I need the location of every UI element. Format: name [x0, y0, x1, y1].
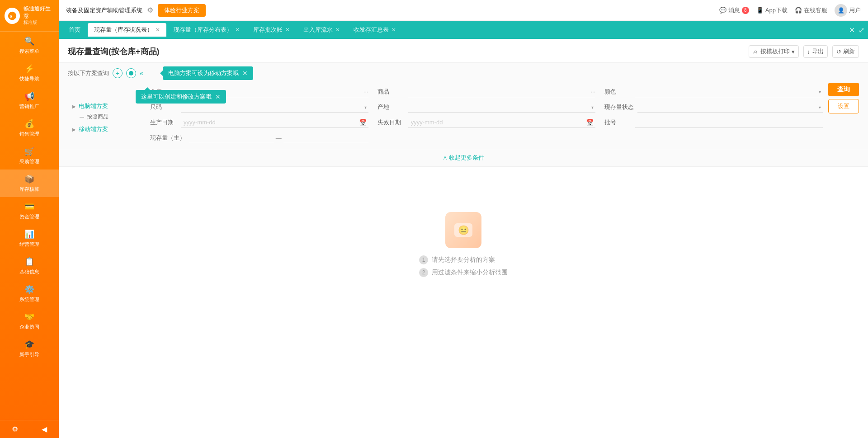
edit-tooltip-close[interactable]: ✕: [215, 93, 221, 100]
support-icon: 🎧: [795, 7, 802, 14]
inventory-status-label: 现存量（库存状况表）: [94, 26, 153, 34]
sidebar-item-finance-label: 资金管理: [19, 213, 39, 220]
batch-input[interactable]: [635, 117, 823, 128]
origin-select[interactable]: [408, 102, 596, 113]
sidebar-item-purchase-label: 采购管理: [19, 158, 39, 165]
product-input[interactable]: [408, 86, 591, 97]
sidebar-item-enterprise[interactable]: 🤝 企业协同: [0, 307, 59, 335]
sidebar-item-nav[interactable]: ⚡ 快捷导航: [0, 59, 59, 87]
warehouse-more-icon[interactable]: ···: [363, 88, 368, 95]
app-label: App下载: [765, 6, 788, 14]
quantity-range: —: [189, 132, 368, 143]
phone-icon: 📱: [756, 7, 764, 14]
support-btn[interactable]: 🎧 在线客服: [795, 6, 827, 14]
expand-icon[interactable]: ⤢: [859, 26, 864, 34]
close-all-tabs-icon[interactable]: ✕: [849, 26, 855, 34]
filter-circle-btn[interactable]: [126, 68, 136, 78]
plan-child-label: 按照商品: [87, 113, 108, 121]
plan-tooltip-close[interactable]: ✕: [242, 70, 248, 77]
svg-point-0: [8, 11, 16, 19]
topbar-left: 装备及固定资产辅助管理系统 ⚙ 体验行业方案: [66, 4, 206, 17]
quantity-from-input[interactable]: [189, 132, 274, 143]
tab-in-out-close[interactable]: ✕: [335, 27, 340, 33]
empty-face: 😐: [454, 223, 472, 237]
expiry-date-label: 失效日期: [377, 118, 405, 127]
color-select[interactable]: [635, 86, 823, 97]
product-more-icon[interactable]: ···: [590, 88, 595, 95]
print-icon: 🖨: [753, 48, 759, 55]
production-date-input[interactable]: [181, 117, 368, 128]
inventory-status-filter: 现存量状态 ▾: [604, 102, 823, 113]
plan-child-item[interactable]: — 按照商品: [80, 112, 145, 122]
sidebar-item-marketing[interactable]: 📢 营销推广: [0, 87, 59, 114]
filter-add-btn[interactable]: +: [113, 68, 123, 78]
home-tab-label: 首页: [69, 26, 80, 34]
filter-arrow-icon[interactable]: «: [140, 70, 143, 77]
sidebar-item-guide[interactable]: 🎓 新手引导: [0, 335, 59, 363]
tab-inventory-dist-close[interactable]: ✕: [235, 27, 240, 33]
mobile-plan-label: 移动端方案: [79, 125, 108, 133]
tab-inventory-status[interactable]: 现存量（库存状况表） ✕: [88, 23, 166, 37]
expiry-date-filter: 失效日期 📅: [377, 117, 596, 128]
industry-btn[interactable]: 体验行业方案: [158, 4, 206, 17]
tip-num-2: 2: [419, 268, 428, 277]
nav-icon: ⚡: [24, 64, 34, 74]
sidebar-item-guide-label: 新手引导: [19, 351, 39, 358]
collapse-btn[interactable]: ◀: [42, 425, 47, 433]
sidebar-item-inventory-label: 库存核算: [19, 186, 39, 193]
filter-grid-row4: 现存量（主） —: [150, 132, 823, 143]
search-icon: 🔍: [24, 36, 34, 46]
collapse-bar[interactable]: ∧ 收起更多条件: [59, 149, 868, 167]
gear-icon[interactable]: ⚙: [147, 6, 153, 14]
sidebar-item-system[interactable]: ⚙️ 系统管理: [0, 280, 59, 307]
support-label: 在线客服: [804, 6, 827, 14]
sidebar-item-basic[interactable]: 📋 基础信息: [0, 252, 59, 280]
refresh-btn[interactable]: ↺ 刷新: [832, 45, 859, 58]
tab-inventory-dist[interactable]: 现存量（库存分布表） ✕: [167, 23, 246, 37]
logo-area: 6 畅通通好生意 标准版: [0, 0, 59, 32]
export-icon: ↓: [807, 48, 811, 55]
message-badge: 8: [742, 7, 749, 14]
avatar: 👤: [835, 4, 847, 17]
filter-label: 按以下方案查询: [68, 69, 109, 77]
tab-home[interactable]: 首页: [62, 23, 87, 37]
message-btn[interactable]: 💬 消息 8: [719, 6, 749, 14]
settings-btn[interactable]: ⚙: [12, 425, 18, 433]
origin-filter: 产地 ▾: [377, 102, 596, 113]
tab-inventory-batch-close[interactable]: ✕: [285, 27, 290, 33]
empty-tips: 1 请先选择要分析的方案 2 用过滤条件来缩小分析范围: [419, 255, 508, 277]
sidebar-item-sales[interactable]: 💰 销售管理: [0, 114, 59, 142]
message-label: 消息: [728, 6, 740, 14]
plan-tree: ▶ 电脑端方案 — 按照商品 ▶ 移动端方案: [72, 101, 145, 135]
expiry-date-input[interactable]: [408, 117, 596, 128]
sidebar-item-marketing-label: 营销推广: [19, 103, 39, 110]
reset-btn[interactable]: 设置: [828, 99, 859, 113]
export-btn[interactable]: ↓ 导出: [803, 45, 828, 58]
user-label: 用户: [849, 6, 861, 14]
query-btn[interactable]: 查询: [828, 83, 859, 96]
empty-tip-1: 1 请先选择要分析的方案: [419, 255, 508, 264]
quantity-to-input[interactable]: [283, 132, 368, 143]
tab-collect-close[interactable]: ✕: [392, 27, 396, 33]
sidebar-item-finance[interactable]: 💳 资金管理: [0, 197, 59, 225]
print-btn[interactable]: 🖨 按模板打印 ▾: [749, 45, 799, 58]
user-area[interactable]: 👤 用户: [835, 4, 861, 17]
sidebar-item-search[interactable]: 🔍 搜索菜单: [0, 32, 59, 59]
product-filter: 商品 ···: [377, 86, 596, 97]
tab-inventory-batch[interactable]: 库存批次账 ✕: [247, 23, 296, 37]
sidebar-item-purchase[interactable]: 🛒 采购管理: [0, 142, 59, 170]
tab-collect[interactable]: 收发存汇总表 ✕: [347, 23, 402, 37]
inventory-status-select[interactable]: [637, 102, 823, 113]
color-label: 颜色: [604, 88, 632, 96]
tabbar-actions: ✕ ⤢: [849, 26, 864, 34]
sidebar-item-operations[interactable]: 📊 经营管理: [0, 225, 59, 252]
mobile-plan-item[interactable]: ▶ 移动端方案: [72, 124, 145, 135]
sidebar-item-search-label: 搜索菜单: [19, 48, 39, 55]
empty-state: 😐 1 请先选择要分析的方案 2 用过滤条件来缩小分析范围: [59, 167, 868, 313]
tab-in-out[interactable]: 出入库流水 ✕: [297, 23, 346, 37]
desktop-plan-item[interactable]: ▶ 电脑端方案: [72, 101, 145, 112]
tab-inventory-status-close[interactable]: ✕: [156, 27, 160, 33]
sidebar-item-inventory[interactable]: 📦 库存核算: [0, 170, 59, 197]
logo-text-area: 畅通通好生意 标准版: [24, 5, 54, 26]
app-download-btn[interactable]: 📱 App下载: [756, 6, 788, 14]
